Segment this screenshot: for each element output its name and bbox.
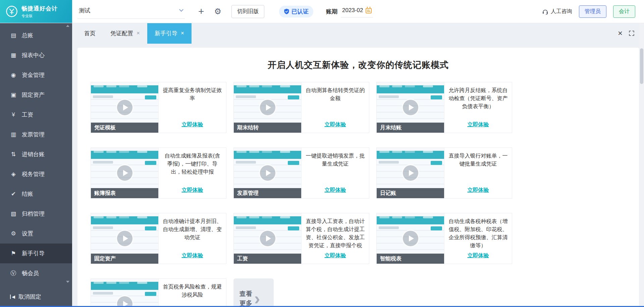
video-thumbnail[interactable] <box>91 279 159 307</box>
try-now-link[interactable]: 立即体验 <box>468 121 489 128</box>
sidebar-item-icon: ◈ <box>10 171 17 178</box>
sidebar-item[interactable]: ⚑ 新手引导 <box>0 244 72 263</box>
play-button[interactable] <box>402 230 419 247</box>
sidebar-item[interactable]: Ⓥ 畅会员 <box>0 263 72 283</box>
play-button[interactable] <box>116 295 133 307</box>
settings-gear-icon[interactable]: ⚙ <box>214 7 222 15</box>
card-text: 自动测算各结转类凭证的金额 立即体验 <box>302 82 369 133</box>
sidebar-item[interactable]: ▣ 固定资产 <box>0 85 72 105</box>
try-now-link[interactable]: 立即体验 <box>325 252 346 259</box>
card-text: 直接导入银行对账单，一键批量生成凭证 立即体验 <box>444 148 512 198</box>
video-thumbnail[interactable]: 凭证模板 <box>91 82 159 133</box>
sidebar-item[interactable]: ▤ 总账 <box>0 26 72 45</box>
accounting-period: 账期 2023-02 <box>326 6 373 17</box>
vertical-scrollbar[interactable] <box>639 23 644 307</box>
play-icon <box>123 235 128 242</box>
try-now-link[interactable]: 立即体验 <box>468 187 489 194</box>
sidebar-menu: ▤ 总账 ▦ 报表中心 ◉ 资金管理 ▣ 固定资产 <box>0 26 72 286</box>
tab-close-icon[interactable]: × <box>137 30 140 37</box>
sidebar-item[interactable]: ⚙ 设置 <box>0 224 72 244</box>
sidebar-item-icon: ¥ <box>10 112 17 118</box>
try-now-link[interactable]: 立即体验 <box>468 252 489 259</box>
video-thumbnail[interactable]: 工资 <box>234 213 302 264</box>
play-button[interactable] <box>402 164 419 182</box>
guide-card: 首页税务风险检查，规避涉税风险 立即体验 <box>91 278 226 307</box>
video-thumbnail[interactable]: 日记账 <box>377 148 444 198</box>
chevron-right-icon: › <box>254 290 260 307</box>
try-now-link[interactable]: 立即体验 <box>325 187 346 194</box>
video-thumbnail[interactable]: 固定资产 <box>91 213 159 264</box>
scrollbar-thumb[interactable] <box>640 48 643 84</box>
try-now-link[interactable]: 立即体验 <box>325 121 346 128</box>
company-select[interactable]: 测试 <box>77 4 185 19</box>
sidebar-item[interactable]: ▧ 归档管理 <box>0 204 72 224</box>
guide-card: 账簿报表 自动生成账簿及报表(含季报)，一键打印、导出，轻松处理申报 立即体验 <box>91 147 226 199</box>
sidebar-item[interactable]: ▥ 发票管理 <box>0 125 72 144</box>
try-now-link[interactable]: 立即体验 <box>182 252 203 259</box>
play-icon <box>409 235 414 242</box>
play-button[interactable] <box>259 230 276 247</box>
close-all-tabs-icon[interactable]: × <box>618 29 623 37</box>
unpin-sidebar-button[interactable]: ◀ 取消固定 <box>0 286 72 307</box>
try-now-link[interactable]: 立即体验 <box>182 187 203 194</box>
sidebar-item[interactable]: ▦ 报表中心 <box>0 45 72 65</box>
video-thumbnail[interactable]: 月末结账 <box>377 82 444 133</box>
unpin-icon: ◀ <box>10 295 15 299</box>
guide-card: 凭证模板 提高重复业务填制凭证效率 立即体验 <box>91 82 226 133</box>
content-area: 首页 凭证配置 × 新手引导 × × <box>72 23 644 307</box>
app-subtitle: 专业版 <box>21 13 58 18</box>
tab-label: 凭证配置 <box>110 30 133 37</box>
tab[interactable]: 新手引导 × <box>147 23 192 44</box>
guide-card: 月末结账 允许跨月反结账，系统自动检查（凭证断号、资产负债表平衡） 立即体验 <box>376 82 512 133</box>
sidebar-item-label: 税务管理 <box>22 170 45 178</box>
tab[interactable]: 凭证配置 × <box>103 23 147 44</box>
play-button[interactable] <box>402 99 419 116</box>
sidebar-item-label: 新手引导 <box>22 250 45 257</box>
card-description: 自动测算各结转类凭证的金额 <box>305 86 366 102</box>
video-thumbnail[interactable]: 发票管理 <box>234 148 302 198</box>
app-logo-text: 畅捷通好会计 专业版 <box>21 5 58 18</box>
support-link[interactable]: 人工咨询 <box>542 8 572 15</box>
play-button[interactable] <box>116 164 133 182</box>
switch-old-version-button[interactable]: 切到旧版 <box>231 5 264 18</box>
view-more-button[interactable]: 查看 更多 › <box>233 278 274 307</box>
try-now-link[interactable]: 立即体验 <box>182 121 203 128</box>
sidebar-scroll-up-icon[interactable] <box>66 25 69 27</box>
sidebar-item[interactable]: ✔ 结账 <box>0 184 72 204</box>
play-button[interactable] <box>116 99 133 116</box>
sidebar-item[interactable]: ◈ 税务管理 <box>0 164 72 184</box>
card-text: 允许跨月反结账，系统自动检查（凭证断号、资产负债表平衡） 立即体验 <box>444 82 512 133</box>
video-title: 月末结账 <box>377 123 444 133</box>
sidebar-item-label: 结账 <box>22 190 33 198</box>
play-button[interactable] <box>259 99 276 116</box>
headset-icon <box>542 8 548 15</box>
unpin-label: 取消固定 <box>18 293 41 301</box>
video-title: 凭证模板 <box>91 123 158 133</box>
sidebar-item-icon: ▦ <box>10 52 17 59</box>
video-thumbnail[interactable]: 期末结转 <box>234 82 302 133</box>
video-thumbnail[interactable]: 智能税表 <box>377 213 444 264</box>
play-overlay <box>91 279 158 307</box>
add-button[interactable]: + <box>198 6 204 16</box>
tab-label: 新手引导 <box>155 30 177 37</box>
guide-card: 期末结转 自动测算各结转类凭证的金额 立即体验 <box>233 82 369 133</box>
video-thumbnail[interactable]: 账簿报表 <box>91 148 159 198</box>
sidebar-item-icon: ▧ <box>10 210 17 217</box>
sidebar-item[interactable]: ◉ 资金管理 <box>0 65 72 85</box>
sidebar-item[interactable]: ⇅ 进销台账 <box>0 144 72 164</box>
period-label: 账期 <box>326 8 337 15</box>
sidebar-item-icon: ⇅ <box>10 151 17 158</box>
tab[interactable]: 首页 <box>77 23 103 44</box>
tab-label: 首页 <box>84 30 96 37</box>
sidebar-scroll-down-icon[interactable] <box>66 281 69 283</box>
admin-button[interactable]: 管理员 <box>579 5 606 18</box>
sidebar-item[interactable]: ¥ 工资 <box>0 105 72 125</box>
period-picker[interactable]: 2023-02 <box>341 6 373 17</box>
tab-close-icon[interactable]: × <box>181 30 184 37</box>
fullscreen-icon[interactable] <box>629 30 635 36</box>
support-label: 人工咨询 <box>551 8 572 15</box>
play-button[interactable] <box>259 164 276 182</box>
accountant-button[interactable]: 会计 <box>613 5 635 18</box>
sidebar: ▤ 总账 ▦ 报表中心 ◉ 资金管理 ▣ 固定资产 <box>0 23 72 307</box>
play-button[interactable] <box>116 230 133 247</box>
